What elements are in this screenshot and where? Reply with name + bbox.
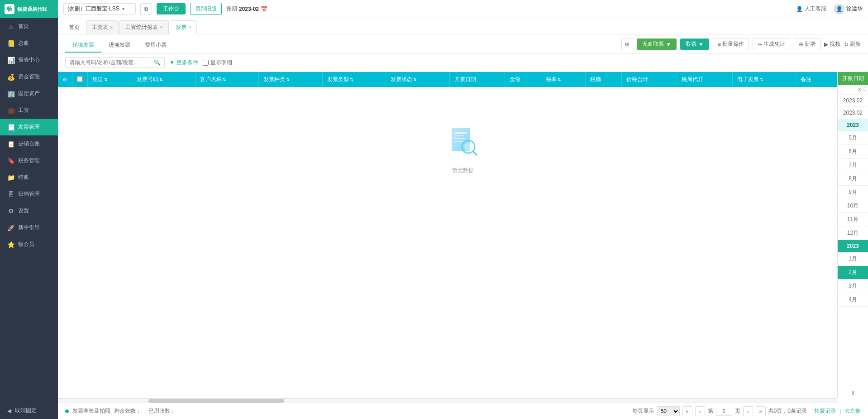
archive-icon: 🗄	[7, 191, 14, 198]
sidebar-item-home[interactable]: ⌂ 首页	[0, 18, 58, 35]
th-amount[interactable]: 金额	[505, 72, 541, 87]
tab-invoice-close[interactable]: ×	[188, 25, 191, 30]
sidebar-item-asset[interactable]: 🏢 固定资产	[0, 85, 58, 102]
service-button[interactable]: 👤 人工客服	[796, 5, 826, 13]
switch-old-button[interactable]: 切到旧版	[190, 3, 222, 15]
sidebar-collapse-btn[interactable]: ◀ 取消固定	[0, 402, 58, 419]
date-item-m7[interactable]: 7月	[838, 159, 868, 172]
tab-home[interactable]: 首页	[63, 21, 85, 34]
th-checkbox[interactable]	[72, 72, 88, 87]
th-tax-rate[interactable]: 税率⇅	[541, 72, 586, 87]
invoice-icon: 🧾	[7, 124, 14, 131]
sidebar-item-tax[interactable]: 🔖 税务管理	[0, 152, 58, 169]
date-item-2023-02-2[interactable]: 2023.02	[838, 107, 868, 119]
company-selector[interactable]: (勿删）江西股宝-LSS ▼	[63, 3, 136, 14]
last-page-btn[interactable]: »	[756, 406, 766, 416]
sub-tab-purchase[interactable]: 进项发票	[101, 39, 138, 53]
prev-page-btn[interactable]: ‹	[695, 406, 705, 416]
tab-invoice[interactable]: 发票 ×	[170, 20, 197, 34]
date-item-m12[interactable]: 12月	[838, 226, 868, 240]
page-input[interactable]: 1	[716, 407, 732, 416]
date-item-m6[interactable]: 6月	[838, 145, 868, 159]
sidebar-item-close[interactable]: 📁 结账	[0, 169, 58, 186]
more-func-link[interactable]: 去左侧	[844, 407, 861, 415]
refresh-btn[interactable]: ↻ 刷新	[844, 40, 861, 48]
batch-op-btn[interactable]: ≡ 批量操作	[713, 38, 749, 50]
sidebar-item-ledger[interactable]: 📒 总账	[0, 35, 58, 52]
no-invoice-dropdown-icon: ▼	[666, 41, 671, 48]
sidebar-item-archive[interactable]: 🗄 归档管理	[0, 186, 58, 202]
copy-company-btn[interactable]: ⧉	[140, 3, 152, 15]
sidebar-item-fund[interactable]: 💰 资金管理	[0, 68, 58, 85]
sidebar-item-guide[interactable]: 🚀 新手引导	[0, 219, 58, 236]
date-item-2023-02-1[interactable]: 2023.02	[838, 95, 868, 107]
show-detail-checkbox-label[interactable]: 显示明细	[203, 59, 232, 67]
date-item-m9[interactable]: 9月	[838, 186, 868, 199]
date-item-year-2023-active[interactable]: 2023	[838, 240, 868, 252]
select-all-checkbox[interactable]	[77, 76, 83, 82]
th-invoice-cat[interactable]: 发票类型⇅	[322, 72, 386, 87]
sub-tab-sales[interactable]: 销项发票	[65, 39, 101, 53]
generate-voucher-btn[interactable]: ↪ 生成凭证	[753, 38, 790, 50]
no-invoice-btn[interactable]: 无血取票 ▼	[637, 39, 677, 50]
tab-salary-stat-close[interactable]: ×	[160, 25, 162, 30]
th-electronic[interactable]: 电子发票⇅	[733, 72, 796, 87]
th-customer[interactable]: 客户名称⇅	[196, 72, 259, 87]
date-panel-scroll-down-icon[interactable]: ⬇	[851, 390, 855, 396]
date-item-m2[interactable]: 2月	[838, 266, 868, 279]
used-label: 已用张数：	[148, 407, 176, 415]
sidebar-item-settings[interactable]: ⚙ 设置	[0, 202, 58, 219]
next-page-btn[interactable]: ›	[743, 406, 753, 416]
sidebar-item-sales[interactable]: 📋 进销台账	[0, 135, 58, 152]
sub-tab-expense[interactable]: 费用小票	[138, 39, 174, 53]
date-item-m10[interactable]: 10月	[838, 199, 868, 213]
date-panel-close-btn[interactable]: ×	[858, 86, 861, 93]
date-item-m11[interactable]: 11月	[838, 213, 868, 226]
user-menu[interactable]: 👤 徐溢华	[834, 4, 863, 14]
sidebar-item-member[interactable]: ⭐ 畅会员	[0, 236, 58, 253]
batch-op-icon: ≡	[718, 41, 721, 48]
date-item-m5[interactable]: 5月	[838, 131, 868, 145]
th-voucher[interactable]: 凭证⇅	[88, 72, 132, 87]
table-container[interactable]: ⚙ 凭证⇅ 发票号码⇅ 客户名称⇅	[58, 72, 868, 398]
get-ticket-btn[interactable]: 取票 ▼	[680, 39, 709, 50]
th-status[interactable]: 发票状态⇅	[386, 72, 449, 87]
sort-invoice-type-icon: ⇅	[286, 77, 290, 82]
date-item-m8[interactable]: 8月	[838, 172, 868, 186]
th-invoice-type[interactable]: 发票种类⇅	[259, 72, 322, 87]
date-item-year-2023[interactable]: 2023	[838, 119, 868, 131]
th-open-date[interactable]: 开票日期	[449, 72, 505, 87]
sidebar-item-report[interactable]: 📊 报表中心	[0, 52, 58, 68]
workspace-button[interactable]: 工作台	[157, 3, 186, 14]
new-btn[interactable]: ⊕ 新增	[794, 38, 820, 50]
tab-salary-table-close[interactable]: ×	[110, 25, 113, 30]
tab-salary-stat[interactable]: 工资统计报表 ×	[119, 20, 168, 34]
th-total[interactable]: 价税合计	[621, 72, 677, 87]
sidebar-item-invoice[interactable]: 🧾 发票管理	[0, 119, 58, 135]
first-page-btn[interactable]: «	[682, 406, 692, 416]
video-btn[interactable]: ▶ 视频	[824, 40, 840, 48]
search-input[interactable]	[69, 59, 152, 66]
date-item-m3[interactable]: 3月	[838, 279, 868, 293]
per-page-select[interactable]: 50 10 20 100	[657, 406, 680, 416]
no-invoice-label: 无血取票	[642, 40, 664, 48]
sidebar-item-salary[interactable]: 💼 工资	[0, 102, 58, 119]
open-period-btn[interactable]: 开账日期	[838, 72, 868, 85]
h-scrollbar[interactable]	[58, 398, 837, 403]
grid-settings-btn[interactable]: ⊞	[621, 39, 633, 50]
date-item-m4[interactable]: 4月	[838, 293, 868, 307]
more-filter-btn[interactable]: ▼ 更多条件	[169, 59, 198, 67]
th-invoice-no[interactable]: 发票号码⇅	[132, 72, 195, 87]
period-label: 账期 2023-02 📅	[226, 5, 267, 13]
refresh-label: 刷新	[850, 40, 861, 48]
add-record-link[interactable]: 拓展记录	[814, 407, 836, 415]
th-tax[interactable]: 税额	[585, 72, 621, 87]
date-item-m1[interactable]: 1月	[838, 252, 868, 266]
th-settings[interactable]: ⚙	[58, 72, 72, 87]
show-detail-checkbox[interactable]	[203, 60, 209, 66]
tab-salary-table[interactable]: 工资表 ×	[86, 20, 119, 34]
date-panel-expand-icon[interactable]: □	[863, 86, 866, 93]
sort-status-icon: ⇅	[413, 77, 417, 82]
th-remark[interactable]: 备注	[796, 72, 832, 87]
th-tax-code[interactable]: 税局代开	[677, 72, 733, 87]
